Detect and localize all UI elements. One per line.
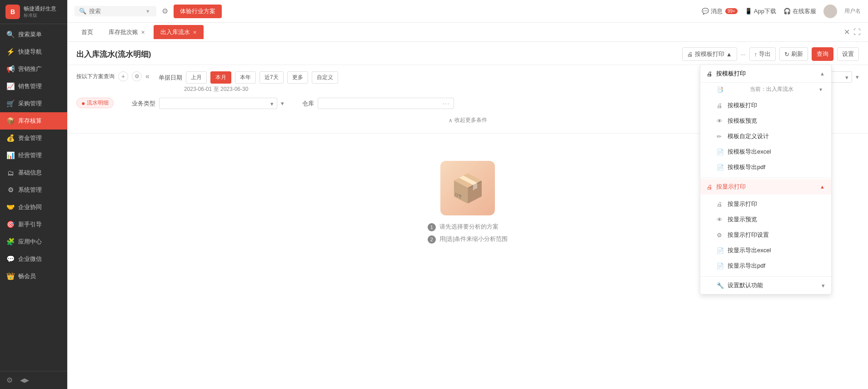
dropdown-item-excel-template[interactable]: 📄 按模板导出excel [700,144,831,160]
refresh-button[interactable]: ↻ 刷新 [779,47,808,61]
dropdown-item-customize-template[interactable]: ✏ 模板自定义设计 [700,129,831,144]
topbar-search-icon: 🔍 [79,8,86,15]
marketing-icon: 📢 [6,65,15,73]
dropdown-display-subheader[interactable]: 🖨 按显示打印 ▲ [700,179,831,194]
sidebar-item-wechat[interactable]: 💬 企业微信 [0,250,67,268]
settings-button[interactable]: 设置 [837,47,859,61]
sidebar-item-basic[interactable]: 🗂 基础信息 [0,164,67,181]
sidebar-collapse-icon[interactable]: ◀▶ [20,377,29,384]
sidebar: B 畅捷通好生意 标准版 🔍 搜索菜单 ⚡ 快捷导航 📢 营销推广 📈 销售管理… [0,0,67,389]
tab-batch-account[interactable]: 库存批次账 ✕ [102,25,152,39]
sidebar-item-marketing[interactable]: 📢 营销推广 [0,60,67,78]
business-dropdown-icon[interactable]: ▾ [281,100,284,107]
type-dropdown-icon[interactable]: ▾ [856,74,859,80]
date-this-month[interactable]: 本月 [210,71,231,84]
sidebar-item-quick-nav[interactable]: ⚡ 快捷导航 [0,43,67,60]
dropdown-current-label: 📑 当前：出入库流水 ▾ [700,83,831,96]
sidebar-item-sales[interactable]: 📈 销售管理 [0,78,67,95]
filter-collapse-icon[interactable]: « [145,72,150,80]
display-subheader-icon: 🖨 [707,184,713,190]
topbar-search-dropdown-icon[interactable]: ▾ [146,8,150,15]
warehouse-more-icon[interactable]: ··· [443,100,450,107]
window-close-button[interactable]: ✕ [844,28,850,36]
current-label-icon: 📑 [717,86,723,93]
filter-add-button[interactable]: + [118,71,128,81]
sidebar-settings-icon[interactable]: ⚙ [6,376,13,384]
sidebar-item-guide[interactable]: 🎯 新手引导 [0,216,67,233]
page-header: 出入库流水(流水明细) 🖨 按模板打印 ▲ 📑 [67,42,868,65]
window-maximize-button[interactable]: ⛶ [853,28,861,36]
sidebar-item-label: 基础信息 [18,169,42,177]
sidebar-footer: ⚙ ◀▶ [0,371,67,389]
sidebar-item-operation[interactable]: 📊 经营管理 [0,147,67,164]
user-avatar[interactable] [823,5,837,18]
topbar-service-item[interactable]: 🎧 在线客服 [783,7,816,15]
topbar-search-wrap: 🔍 ▾ [75,6,156,16]
print-template-button[interactable]: 🖨 按模板打印 ▲ [682,47,737,61]
sidebar-item-appcenter[interactable]: 🧩 应用中心 [0,233,67,250]
date-this-year[interactable]: 本年 [235,71,256,84]
dropdown-item-pdf-display[interactable]: 📄 按显示导出pdf [700,258,831,274]
sidebar-item-purchase[interactable]: 🛒 采购管理 [0,95,67,112]
sidebar-item-finance[interactable]: 💰 资金管理 [0,130,67,147]
excel-display-icon: 📄 [717,247,724,254]
collapse-label: 收起更多条件 [454,116,487,124]
tab-batch-close[interactable]: ✕ [141,30,145,35]
dropdown-chevron-up[interactable]: ▲ [820,71,825,76]
tab-inout-close[interactable]: ✕ [193,30,197,35]
query-button[interactable]: 查询 [812,47,833,61]
tab-inout-label: 出入库流水 [160,28,190,36]
main-area: 🔍 ▾ ⚙ 体验行业方案 💬 消息 99+ 📱 App下载 🎧 在线客服 用户名 [67,0,868,389]
dropdown-item-settings-display[interactable]: ⚙ 按显示打印设置 [700,227,831,243]
topbar-appdownload-item[interactable]: 📱 App下载 [745,7,776,15]
sidebar-item-inventory[interactable]: 📦 库存核算 [0,112,67,130]
inventory-icon: 📦 [6,117,15,125]
purchase-icon: 🛒 [6,100,15,108]
date-last-7-days[interactable]: 近7天 [259,71,284,84]
dropdown-item-pdf-template[interactable]: 📄 按模板导出pdf [700,160,831,175]
finance-icon: 💰 [6,134,15,142]
headset-icon: 🎧 [783,8,791,15]
filter-tag-label: 流水明细 [87,99,109,107]
online-service-label: 在线客服 [793,7,816,15]
print-icon: 🖨 [687,51,693,58]
filter-settings-button[interactable]: ⚙ [132,71,142,81]
dropdown-item-excel-display[interactable]: 📄 按显示导出excel [700,243,831,258]
tab-home[interactable]: 首页 [75,25,100,39]
sidebar-item-label: 快捷导航 [18,48,42,56]
print-display-icon: 🖨 [717,201,724,208]
industry-solution-button[interactable]: 体验行业方案 [174,5,222,18]
sidebar-item-member[interactable]: 👑 畅会员 [0,268,67,285]
tab-inout-flow[interactable]: 出入库流水 ✕ [154,25,204,39]
dropdown-item-preview-display[interactable]: 👁 按显示预览 [700,212,831,227]
sidebar-item-search[interactable]: 🔍 搜索菜单 [0,26,67,43]
sidebar-item-system[interactable]: ⚙ 系统管理 [0,181,67,199]
phone-icon: 📱 [745,8,752,15]
dropdown-item-preview-template[interactable]: 👁 按模板预览 [700,113,831,129]
appcenter-icon: 🧩 [6,238,15,246]
sidebar-item-label: 经营管理 [18,151,42,160]
date-custom[interactable]: 自定义 [312,71,338,84]
dropdown-item-print-display[interactable]: 🖨 按显示打印 [700,196,831,212]
empty-illustration: 📦 [440,161,495,215]
export-button[interactable]: ↑ 导出 [749,47,776,61]
sidebar-item-corp[interactable]: 🤝 企业协同 [0,199,67,216]
dropdown-footer-settings[interactable]: 🔧 设置默认功能 ▾ [700,278,831,294]
warehouse-input[interactable]: ··· [318,98,454,109]
filter-tag-icon: ● [81,100,85,107]
dropdown-display-section: 🖨 按显示打印 👁 按显示预览 ⚙ 按显示打印设置 [700,194,831,275]
topbar-gear-icon[interactable]: ⚙ [162,7,168,15]
topbar-search-input[interactable] [89,8,144,15]
topbar-message-item[interactable]: 💬 消息 99+ [702,7,738,15]
step-2-num: 2 [428,235,436,244]
system-icon: ⚙ [6,186,15,194]
empty-step-2: 2 用[选]条件来缩小分析范围 [428,235,508,244]
message-label: 消息 [711,7,723,15]
date-last-month[interactable]: 上月 [186,71,207,84]
action-more-icon[interactable]: ··· [741,51,746,58]
dropdown-item-print-template[interactable]: 🖨 按模板打印 [700,98,831,113]
date-more[interactable]: 更多 [287,71,308,84]
business-type-select[interactable] [159,98,277,109]
preview-display-icon: 👁 [717,216,724,223]
date-range-display: 2023-06-01 至 2023-06-30 [184,85,338,93]
